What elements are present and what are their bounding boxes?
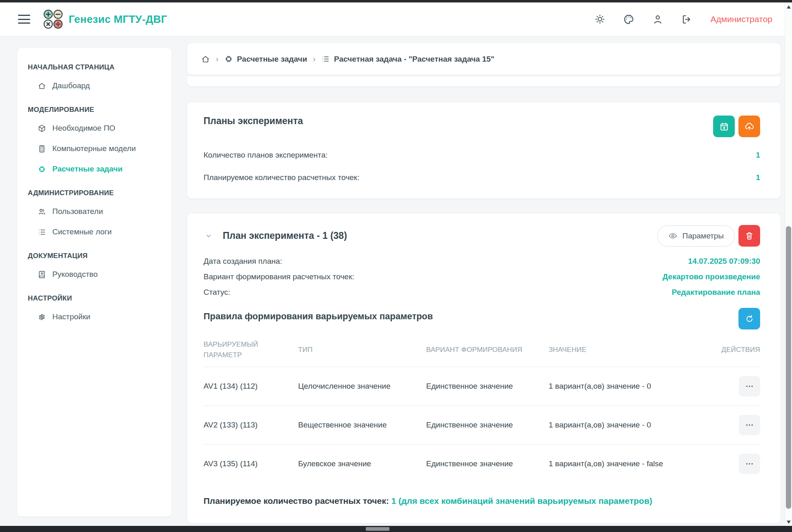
partially-visible-card (187, 76, 781, 86)
sidebar-item-users[interactable]: Пользователи (27, 201, 164, 222)
table-row: AV3 (135) (114) Булевское значение Единс… (204, 444, 760, 483)
cell-value: 1 вариант(а,ов) значение - 0 (548, 382, 699, 391)
cell-value: 1 вариант(а,ов) значение - false (548, 459, 699, 468)
scroll-down-arrow[interactable] (787, 521, 791, 524)
sidebar: НАЧАЛЬНАЯ СТРАНИЦА Дашбоард МОДЕЛИРОВАНИ… (17, 48, 172, 516)
refresh-icon (745, 314, 754, 324)
cell-value: 1 вариант(а,ов) значение - 0 (548, 421, 699, 430)
cloud-upload-icon (744, 121, 754, 131)
users-icon (38, 207, 46, 216)
row-actions-button[interactable] (739, 376, 760, 396)
row-actions-button[interactable] (739, 415, 760, 435)
app-logo (43, 9, 63, 29)
upload-plan-button[interactable] (738, 116, 760, 137)
sidebar-item-dashboard[interactable]: Дашбоард (27, 76, 164, 96)
sidebar-item-computation-tasks[interactable]: Расчетные задачи (27, 159, 164, 179)
eye-icon (668, 231, 678, 240)
row-actions-button[interactable] (739, 454, 760, 474)
planned-points-summary-value: 1 (для всех комбинаций значений варьируе… (392, 496, 653, 505)
delete-plan-button[interactable] (738, 225, 760, 247)
plan-variant-label: Вариант формирования расчетных точек: (204, 272, 354, 282)
sidebar-item-label: Настройки (52, 312, 90, 321)
refresh-rules-button[interactable] (738, 308, 760, 329)
scroll-up-arrow[interactable] (787, 5, 791, 9)
logout-icon[interactable] (681, 14, 692, 25)
sidebar-section-home: НАЧАЛЬНАЯ СТРАНИЦА (28, 63, 164, 71)
vertical-scrollbar[interactable] (785, 2, 792, 526)
ellipsis-icon (745, 459, 754, 468)
menu-toggle-button[interactable] (18, 15, 30, 24)
home-icon (38, 82, 46, 90)
cell-type: Булевское значение (298, 459, 426, 468)
experiment-plan-detail-card: План эксперимента - 1 (38) Параметры Дат… (187, 214, 781, 523)
cell-type: Вещественное значение (298, 421, 426, 430)
plan-status-row: Статус: Редактирование плана (204, 287, 760, 297)
theme-toggle-icon[interactable] (595, 14, 605, 24)
trash-icon (745, 231, 754, 240)
column-header: ЗНАЧЕНИЕ (548, 345, 699, 355)
book-icon (38, 270, 46, 279)
table-header-row: ВАРЬИРУЕМЫЙ ПАРАМЕТР ТИП ВАРИАНТ ФОРМИРО… (204, 332, 760, 367)
planned-points-summary: Планируемое количество расчетных точек: … (204, 496, 760, 506)
plan-created-value: 14.07.2025 07:09:30 (688, 256, 760, 266)
experiment-plans-card: Планы эксперимента Количество планов экс… (187, 102, 781, 198)
sidebar-item-computer-models[interactable]: Компьютерные модели (27, 138, 164, 159)
sidebar-section-settings: НАСТРОЙКИ (28, 294, 164, 303)
horizontal-scrollbar[interactable] (0, 526, 792, 532)
sidebar-item-manual[interactable]: Руководство (27, 264, 164, 285)
sidebar-item-system-logs[interactable]: Системные логи (27, 222, 164, 242)
cube-icon (38, 124, 46, 133)
plans-count-label: Количество планов эксперимента: (204, 151, 328, 160)
horizontal-scroll-thumb[interactable] (366, 527, 389, 531)
rules-section-title: Правила формирования варьируемых парамет… (204, 308, 433, 322)
parameters-button-label: Параметры (682, 231, 724, 240)
app-header: Генезис МГТУ-ДВГ (0, 2, 785, 36)
plan-variant-value: Декартово произведение (662, 272, 760, 282)
column-header: ВАРЬИРУЕМЫЙ ПАРАМЕТР (204, 339, 298, 361)
current-user-role[interactable]: Администратор (710, 14, 772, 24)
sidebar-item-label: Пользователи (52, 207, 103, 216)
sidebar-section-modeling: МОДЕЛИРОВАНИЕ (28, 106, 164, 114)
breadcrumb-label: Расчетная задача - "Расчетная задача 15" (334, 55, 494, 64)
add-plan-button[interactable] (713, 116, 735, 137)
chevron-right-icon: › (216, 54, 219, 64)
breadcrumb-computation-tasks[interactable]: Расчетные задачи (224, 55, 307, 64)
palette-icon[interactable] (623, 14, 634, 25)
sidebar-item-required-software[interactable]: Необходимое ПО (27, 118, 164, 138)
column-header: ВАРИАНТ ФОРМИРОВАНИЯ (426, 345, 549, 355)
collapse-plan-button[interactable] (204, 231, 214, 241)
plan-title: План эксперимента - 1 (38) (223, 230, 347, 241)
plans-count-value: 1 (756, 151, 760, 160)
breadcrumb-current-task[interactable]: Расчетная задача - "Расчетная задача 15" (321, 55, 494, 64)
sidebar-item-label: Компьютерные модели (52, 144, 136, 153)
sidebar-item-label: Руководство (52, 270, 98, 279)
chip-icon (38, 165, 46, 174)
varied-parameters-table: ВАРЬИРУЕМЫЙ ПАРАМЕТР ТИП ВАРИАНТ ФОРМИРО… (204, 332, 760, 483)
home-icon (201, 55, 210, 64)
planned-points-row: Планируемое количество расчетных точек: … (204, 173, 760, 182)
cell-type: Целочисленное значение (298, 382, 426, 391)
plan-created-row: Дата создания плана: 14.07.2025 07:09:30 (204, 256, 760, 266)
list-icon (321, 55, 330, 63)
user-profile-icon[interactable] (652, 14, 663, 25)
plan-created-label: Дата создания плана: (204, 256, 282, 266)
sidebar-item-label: Необходимое ПО (52, 124, 115, 133)
sidebar-item-settings[interactable]: Настройки (27, 307, 164, 327)
plan-variant-row: Вариант формирования расчетных точек: Де… (204, 272, 760, 282)
calendar-plus-icon (719, 122, 729, 131)
planned-points-value: 1 (756, 173, 760, 182)
table-row: AV2 (133) (113) Вещественное значение Ед… (204, 405, 760, 444)
ellipsis-icon (745, 382, 754, 391)
main-content: › Расчетные задачи › Расчетная задача - … (187, 43, 781, 523)
vertical-scroll-thumb[interactable] (786, 226, 791, 509)
calculator-icon (38, 145, 46, 153)
planned-points-label: Планируемое количество расчетных точек: (204, 173, 359, 182)
breadcrumb-home[interactable] (201, 55, 210, 64)
column-header: ДЕЙСТВИЯ (699, 345, 760, 355)
parameters-button[interactable]: Параметры (657, 225, 735, 247)
column-header: ТИП (298, 345, 426, 355)
cell-variant: Единственное значение (426, 382, 549, 391)
sidebar-item-label: Системные логи (52, 227, 112, 236)
cell-variant: Единственное значение (426, 421, 549, 430)
list-icon (38, 228, 46, 236)
